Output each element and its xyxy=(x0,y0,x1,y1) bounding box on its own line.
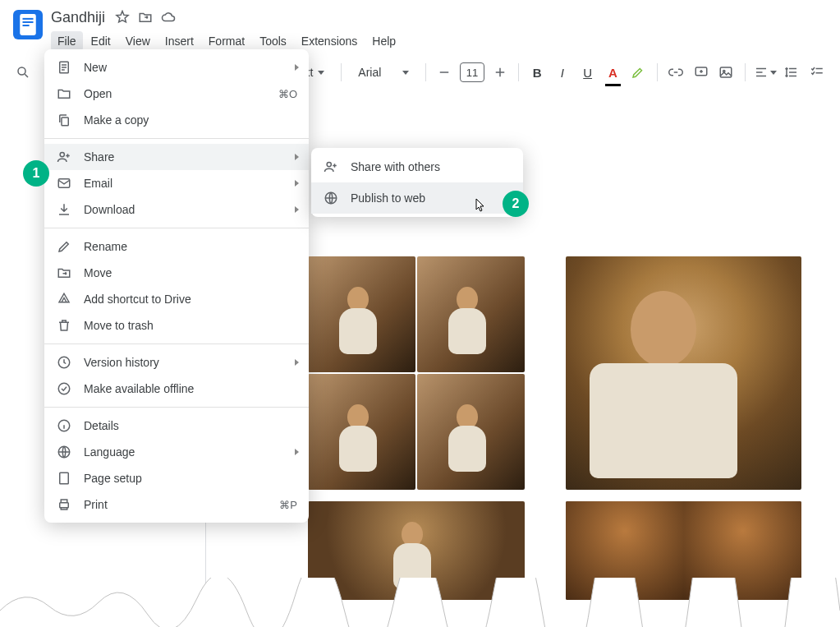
share-submenu: Share with others Publish to web xyxy=(311,148,523,217)
menu-details[interactable]: Details xyxy=(44,413,309,439)
toolbar-separator xyxy=(425,63,426,81)
submenu-arrow-icon xyxy=(295,154,299,160)
email-icon xyxy=(56,176,72,191)
pointer-cursor-icon xyxy=(472,198,485,213)
folder-icon xyxy=(56,86,72,101)
image-cell xyxy=(308,374,415,490)
image-cell xyxy=(308,256,415,372)
person-add-icon xyxy=(56,150,72,164)
menu-item-label: Move xyxy=(84,266,112,279)
menu-item-label: Add shortcut to Drive xyxy=(84,293,191,306)
svg-rect-15 xyxy=(60,473,69,484)
menu-rename[interactable]: Rename xyxy=(44,233,309,260)
annotation-marker-2: 2 xyxy=(503,191,529,217)
menu-item-label: Download xyxy=(84,203,135,216)
menu-print[interactable]: Print⌘P xyxy=(44,491,309,518)
menu-item-shortcut: ⌘P xyxy=(279,499,297,511)
menu-item-label: Language xyxy=(84,445,135,459)
font-family-select[interactable]: Arial xyxy=(350,61,417,84)
star-icon[interactable] xyxy=(115,10,130,25)
annotation-marker-1: 1 xyxy=(23,160,49,187)
menu-item-label: Version history xyxy=(84,356,159,369)
submenu-arrow-icon xyxy=(295,206,299,213)
menu-help[interactable]: Help xyxy=(365,31,402,51)
menu-open[interactable]: Open⌘O xyxy=(44,81,309,107)
image-cell xyxy=(417,256,525,372)
submenu-arrow-icon xyxy=(295,449,299,455)
line-spacing-button[interactable] xyxy=(782,61,802,84)
image-grid-1[interactable] xyxy=(308,256,525,490)
menu-view[interactable]: View xyxy=(119,31,157,51)
menu-version-history[interactable]: Version history xyxy=(44,349,309,376)
submenu-share-with-others[interactable]: Share with others xyxy=(311,151,523,182)
insert-link-button[interactable] xyxy=(665,61,686,84)
menu-item-label: Make available offline xyxy=(84,382,194,395)
menu-item-shortcut: ⌘O xyxy=(278,88,297,100)
menu-divider xyxy=(44,228,309,228)
svg-rect-1 xyxy=(23,18,34,20)
add-comment-button[interactable] xyxy=(691,61,711,84)
menu-offline[interactable]: Make available offline xyxy=(44,376,309,402)
header: Gandhiji File Edit View Insert Format To… xyxy=(0,0,840,51)
caret-down-icon xyxy=(318,71,324,75)
insert-image-button[interactable] xyxy=(716,61,737,84)
menu-language[interactable]: Language xyxy=(44,439,309,465)
submenu-arrow-icon xyxy=(295,64,299,71)
history-icon xyxy=(56,355,72,370)
menu-item-label: Move to trash xyxy=(84,319,154,332)
svg-rect-2 xyxy=(23,21,34,23)
highlight-button[interactable] xyxy=(628,61,649,84)
menu-share[interactable]: Share xyxy=(44,144,309,170)
italic-button[interactable]: I xyxy=(553,61,573,84)
image-cell xyxy=(417,374,525,490)
checklist-button[interactable] xyxy=(806,61,827,84)
offline-icon xyxy=(56,381,72,396)
move-icon[interactable] xyxy=(138,10,153,25)
menu-item-label: Share xyxy=(84,150,114,164)
menu-item-label: Rename xyxy=(84,240,127,253)
cloud-saved-icon[interactable] xyxy=(161,10,176,25)
text-color-button[interactable]: A xyxy=(603,61,623,84)
bold-button[interactable]: B xyxy=(527,61,548,84)
submenu-publish-to-web[interactable]: Publish to web xyxy=(311,182,523,214)
svg-rect-9 xyxy=(62,118,68,126)
align-button[interactable] xyxy=(754,61,777,84)
menu-extensions[interactable]: Extensions xyxy=(295,31,364,51)
docs-logo[interactable] xyxy=(13,10,43,39)
menu-trash[interactable]: Move to trash xyxy=(44,312,309,339)
menubar: File Edit View Insert Format Tools Exten… xyxy=(51,31,402,51)
menu-email[interactable]: Email xyxy=(44,170,309,196)
portrait-image-2[interactable] xyxy=(566,501,801,600)
font-size-input[interactable]: 11 xyxy=(460,62,484,82)
underline-button[interactable]: U xyxy=(577,61,598,84)
person-add-icon xyxy=(323,159,339,174)
submenu-label: Share with others xyxy=(351,160,440,173)
search-icon[interactable] xyxy=(13,61,34,84)
print-icon xyxy=(56,497,72,512)
font-size-increase[interactable] xyxy=(489,61,510,84)
menu-new[interactable]: New xyxy=(44,54,309,81)
menu-add-shortcut[interactable]: Add shortcut to Drive xyxy=(44,286,309,312)
menu-download[interactable]: Download xyxy=(44,196,309,223)
svg-rect-6 xyxy=(721,67,732,77)
page-icon xyxy=(56,471,72,486)
menu-tools[interactable]: Tools xyxy=(253,31,293,51)
folder-move-icon xyxy=(56,265,72,280)
menu-divider xyxy=(44,407,309,408)
portrait-image-1[interactable] xyxy=(566,256,801,490)
menu-make-copy[interactable]: Make a copy xyxy=(44,107,309,133)
trash-icon xyxy=(56,318,72,333)
menu-item-label: Print xyxy=(84,498,108,511)
font-size-decrease[interactable] xyxy=(434,61,455,84)
svg-point-4 xyxy=(18,67,25,75)
document-title[interactable]: Gandhiji xyxy=(51,9,105,26)
menu-format[interactable]: Format xyxy=(202,31,251,51)
document-images-row1 xyxy=(308,256,801,490)
image-2[interactable] xyxy=(308,501,525,600)
menu-move[interactable]: Move xyxy=(44,260,309,286)
menu-edit[interactable]: Edit xyxy=(85,31,117,51)
menu-page-setup[interactable]: Page setup xyxy=(44,465,309,491)
menu-insert[interactable]: Insert xyxy=(158,31,200,51)
svg-rect-3 xyxy=(23,25,30,26)
menu-file[interactable]: File xyxy=(51,31,83,51)
